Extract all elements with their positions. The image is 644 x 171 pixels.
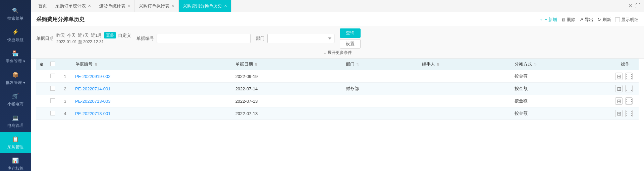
dept-select[interactable]: 财务部 [267,34,334,43]
filter-row: 单据日期 昨天 今天 近7天 近1月 更多 自定义 2022-01-01 至 2… [36,28,639,49]
main-content: 首页 采购订单统计表 ✕ 进货单统计表 ✕ 采购订单执行表 ✕ 采购费用分摊单历… [31,0,644,171]
row-checkbox-0[interactable] [50,74,55,78]
refresh-button[interactable]: ↻ 刷新 [597,17,611,23]
col-dept-header[interactable]: 部门 ⇅ [342,59,419,70]
row-num-3: 4 [58,107,72,120]
sort-split-icon: ⇅ [534,63,537,66]
doc-no-label: 单据编号 [137,35,154,41]
add-button[interactable]: ＋ + 新增 [539,17,557,23]
doc-no-link-3[interactable]: PE-20220713-001 [75,111,111,116]
sidebar-item-quick-nav[interactable]: ⚡ 快捷导航 [0,25,31,46]
row-doc-date-2: 2022-07-13 [232,95,342,107]
more-icon-3[interactable]: ⋮⋮ [625,110,633,117]
sidebar-item-purchase[interactable]: 📋 采购管理 [0,132,31,153]
expand-more-label: 展开更多条件 [328,50,352,56]
row-num-0: 1 [58,70,72,83]
shortcut-more[interactable]: 更多 [104,32,116,38]
col-actions-header: 操作 [612,59,639,70]
page-header: 采购费用分摊单历史 ＋ + 新增 🗑 删除 ↗ 导出 ↻ 刷新 [31,12,644,26]
show-columns-toggle[interactable]: 显示明细 [615,17,639,23]
show-columns-checkbox [615,17,620,22]
shortcut-7days[interactable]: 近7天 [78,32,89,38]
maximize-icon[interactable]: ⛶ [635,3,641,9]
action-icons-3: ⊞ ⋮⋮ [615,110,635,117]
export-icon: ↗ [580,17,583,22]
date-range-display: 2022-01-01 至 2022-12-31 [56,39,131,45]
edit-icon-2[interactable]: ⊞ [615,97,623,105]
row-cb-2 [47,95,58,107]
quick-nav-icon: ⚡ [2,28,29,36]
sort-dept-icon: ⇅ [356,63,359,66]
close-tab-purchase-order-stats[interactable]: ✕ [88,4,91,8]
close-tab-purchase-order-exec[interactable]: ✕ [171,4,174,8]
row-doc-no-1: PE-20220714-001 [72,83,232,95]
col-checkbox-header [47,59,58,70]
tab-inbound-stats[interactable]: 进货单统计表 ✕ [95,0,135,12]
table-row: 3 PE-20220713-003 2022-07-13 按金额 ⊞ ⋮⋮ [36,95,639,107]
row-actions-1: ⊞ ⋮⋮ [612,83,639,95]
sidebar-item-wholesale[interactable]: 📦 批发管理 ▾ [0,68,31,89]
tab-home[interactable]: 首页 [34,0,51,12]
tab-purchase-order-stats[interactable]: 采购订单统计表 ✕ [51,0,95,12]
col-doc-no-header[interactable]: 单据编号 ⇅ [72,59,232,70]
sidebar-item-search[interactable]: 🔍 搜索菜单 [0,3,31,25]
sort-doc-date-icon: ⇅ [255,63,257,66]
col-handler-header[interactable]: 经手人 ⇅ [419,59,511,70]
action-icons-0: ⊞ ⋮⋮ [615,73,635,80]
col-split-method-header[interactable]: 分摊方式 ⇅ [511,59,612,70]
row-split-method-0: 按金额 [511,70,612,83]
close-tab-purchase-cost-history[interactable]: ✕ [224,4,227,8]
shortcut-custom[interactable]: 自定义 [118,32,131,38]
row-checkbox-1[interactable] [50,86,55,91]
row-handler-3 [419,107,511,120]
close-all-tabs-icon[interactable]: ✕ [628,3,633,9]
shortcut-today[interactable]: 今天 [67,32,76,38]
more-icon-2[interactable]: ⋮⋮ [625,97,633,105]
row-checkbox-3[interactable] [50,111,55,115]
table-row: 4 PE-20220713-001 2022-07-13 按金额 ⊞ ⋮⋮ [36,107,639,120]
row-doc-date-3: 2022-07-13 [232,107,342,120]
table-row: 2 PE-20220714-001 2022-07-14 财务部 按金额 ⊞ ⋮… [36,83,639,95]
edit-icon-0[interactable]: ⊞ [615,73,623,80]
row-doc-no-3: PE-20220713-001 [72,107,232,120]
filter-settings-button[interactable]: 设置 [340,39,361,49]
doc-no-input[interactable] [157,34,251,43]
row-checkbox-2[interactable] [50,98,55,103]
col-settings-header[interactable]: ⚙ [36,59,47,70]
more-icon-1[interactable]: ⋮⋮ [625,85,633,92]
sidebar-item-mini-ecom[interactable]: 🛒 小畅电商 [0,89,31,110]
export-button[interactable]: ↗ 导出 [580,17,593,23]
tabs-bar: 首页 采购订单统计表 ✕ 进货单统计表 ✕ 采购订单执行表 ✕ 采购费用分摊单历… [31,0,644,12]
sidebar-item-inventory[interactable]: 📊 库存核算 [0,153,31,171]
tab-purchase-order-exec[interactable]: 采购订单执行表 ✕ [135,0,179,12]
row-cb-0 [47,70,58,83]
doc-no-link-1[interactable]: PE-20220714-001 [75,86,111,91]
table-row: 1 PE-20220919-002 2022-09-19 按金额 ⊞ ⋮⋮ [36,70,639,83]
sidebar-item-ecom[interactable]: 💻 电商管理 [0,110,31,132]
gear-icon: ⚙ [40,62,44,67]
row-dept-3 [342,107,419,120]
sidebar-item-retail[interactable]: 🏪 零售管理 ▾ [0,46,31,68]
row-handler-0 [419,70,511,83]
delete-button[interactable]: 🗑 删除 [561,17,576,23]
tab-purchase-cost-history[interactable]: 采购费用分摊单历史 ✕ [179,0,231,12]
col-doc-date-header[interactable]: 单据日期 ⇅ [232,59,342,70]
select-all-checkbox[interactable] [50,62,55,66]
shortcut-yesterday[interactable]: 昨天 [56,32,65,38]
wholesale-icon: 📦 [2,71,29,79]
more-icon-0[interactable]: ⋮⋮ [625,73,633,80]
edit-icon-3[interactable]: ⊞ [615,110,623,117]
action-icons-1: ⊞ ⋮⋮ [615,85,635,92]
expand-more-row[interactable]: ⌄ 展开更多条件 [36,49,639,56]
query-button[interactable]: 查询 [340,28,361,38]
edit-icon-1[interactable]: ⊞ [615,85,623,92]
doc-no-link-2[interactable]: PE-20220713-003 [75,99,111,104]
doc-no-link-0[interactable]: PE-20220919-002 [75,74,111,79]
row-split-method-3: 按金额 [511,107,612,120]
table-header: ⚙ 单据编号 ⇅ 单据日期 ⇅ [36,59,639,70]
shortcut-1month[interactable]: 近1月 [91,32,102,38]
row-handler-1 [419,83,511,95]
main-table: ⚙ 单据编号 ⇅ 单据日期 ⇅ [36,59,639,120]
table-wrapper: ⚙ 单据编号 ⇅ 单据日期 ⇅ [31,59,644,171]
close-tab-inbound-stats[interactable]: ✕ [127,4,130,8]
